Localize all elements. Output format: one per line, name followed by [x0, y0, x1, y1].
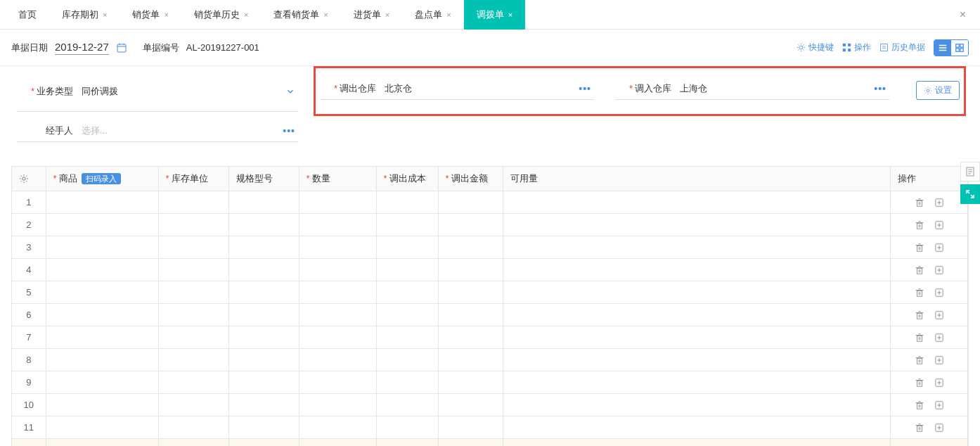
history-button[interactable]: 历史单据 [879, 42, 925, 53]
tab-home[interactable]: 首页 [6, 0, 49, 30]
tab-purchase-order[interactable]: 进货单× [341, 0, 402, 30]
scan-entry-button[interactable]: 扫码录入 [82, 173, 121, 184]
svg-rect-53 [917, 291, 922, 296]
subtotal-amount: 0.00 [438, 439, 503, 447]
row-index: 3 [12, 236, 46, 259]
calendar-icon[interactable] [116, 42, 127, 53]
add-row-icon[interactable] [934, 333, 944, 343]
close-all-tabs-button[interactable]: × [951, 8, 974, 21]
table-row[interactable]: 10 [12, 394, 968, 416]
svg-point-4 [799, 46, 803, 49]
delete-row-icon[interactable] [915, 400, 924, 410]
biz-type-field[interactable]: *业务类型 同价调拨 [17, 76, 298, 112]
svg-rect-69 [917, 336, 922, 341]
table-row[interactable]: 3 [12, 236, 968, 259]
list-view-button[interactable] [934, 40, 951, 56]
close-icon[interactable]: × [164, 11, 168, 19]
tab-transfer-order[interactable]: 调拨单× [464, 0, 525, 30]
table-row[interactable]: 4 [12, 259, 968, 281]
operate-button[interactable]: 操作 [842, 42, 871, 53]
tab-inventory-opening[interactable]: 库存期初× [49, 0, 120, 30]
close-icon[interactable]: × [323, 11, 328, 19]
table-row[interactable]: 11 [12, 416, 968, 439]
table-row[interactable]: 5 [12, 281, 968, 304]
tab-bar: 首页 库存期初× 销货单× 销货单历史× 查看销货单× 进货单× 盘点单× 调拨… [0, 0, 980, 30]
table-row[interactable]: 2 [12, 214, 968, 236]
delete-row-icon[interactable] [915, 310, 924, 320]
row-index: 2 [12, 214, 46, 236]
delete-row-icon[interactable] [915, 333, 924, 343]
handler-field[interactable]: 经手人 选择... ••• [17, 125, 298, 142]
delete-row-icon[interactable] [915, 265, 924, 275]
tab-stocktake[interactable]: 盘点单× [402, 0, 463, 30]
svg-rect-101 [917, 426, 922, 431]
delete-row-icon[interactable] [915, 220, 924, 230]
table-row[interactable]: 9 [12, 371, 968, 394]
shortcut-button[interactable]: 快捷键 [797, 42, 834, 53]
table-row[interactable]: 1 [12, 191, 968, 214]
add-row-icon[interactable] [934, 243, 944, 253]
delete-row-icon[interactable] [915, 378, 924, 388]
close-icon[interactable]: × [244, 11, 248, 19]
grid-view-button[interactable] [951, 40, 968, 56]
out-warehouse-field[interactable]: *调出仓库 北京仓 ••• [320, 82, 594, 100]
add-row-icon[interactable] [934, 310, 944, 320]
svg-rect-15 [956, 44, 959, 46]
date-value[interactable]: 2019-12-27 [55, 41, 109, 55]
add-row-icon[interactable] [934, 423, 944, 433]
add-row-icon[interactable] [934, 378, 944, 388]
close-icon[interactable]: × [446, 11, 451, 19]
more-icon[interactable]: ••• [280, 125, 298, 136]
svg-rect-16 [960, 44, 963, 46]
close-icon[interactable]: × [508, 11, 512, 19]
expand-button[interactable] [960, 184, 980, 204]
add-row-icon[interactable] [934, 265, 944, 275]
table-row[interactable]: 8 [12, 349, 968, 371]
svg-rect-37 [917, 246, 922, 251]
close-icon[interactable]: × [385, 11, 389, 19]
handler-placeholder: 选择... [82, 125, 280, 137]
add-row-icon[interactable] [934, 198, 944, 208]
more-icon[interactable]: ••• [871, 83, 889, 94]
svg-rect-18 [960, 48, 963, 51]
settings-button[interactable]: 设置 [916, 81, 960, 100]
add-row-icon[interactable] [934, 400, 944, 410]
add-row-icon[interactable] [934, 220, 944, 230]
add-row-icon[interactable] [934, 355, 944, 365]
table-scroll[interactable]: *商品扫码录入 *库存单位 规格型号 *数量 *调出成本 *调出金额 可用量 操… [12, 167, 968, 446]
delete-row-icon[interactable] [915, 243, 924, 253]
table-row[interactable]: 7 [12, 326, 968, 349]
table-row[interactable]: 6 [12, 304, 968, 326]
delete-row-icon[interactable] [915, 423, 924, 433]
gear-header[interactable] [12, 167, 46, 191]
tab-view-sales[interactable]: 查看销货单× [261, 0, 340, 30]
svg-rect-5 [843, 44, 846, 46]
notes-button[interactable] [960, 162, 980, 181]
subtotal-row: 小计 0.00 0.00 0.00 [12, 439, 968, 447]
svg-rect-0 [117, 44, 126, 52]
view-toggle [934, 39, 969, 56]
close-icon[interactable]: × [103, 11, 107, 19]
svg-point-19 [927, 89, 929, 92]
tab-sales-order[interactable]: 销货单× [120, 0, 181, 30]
docno-value: AL-20191227-001 [186, 42, 259, 53]
row-index: 8 [12, 349, 46, 371]
add-row-icon[interactable] [934, 288, 944, 298]
items-table: *商品扫码录入 *库存单位 规格型号 *数量 *调出成本 *调出金额 可用量 操… [12, 167, 968, 446]
delete-row-icon[interactable] [915, 288, 924, 298]
delete-row-icon[interactable] [915, 355, 924, 365]
col-cost: *调出成本 [376, 167, 438, 191]
svg-rect-45 [917, 268, 922, 274]
chevron-down-icon[interactable] [283, 87, 298, 96]
more-icon[interactable]: ••• [576, 83, 594, 94]
svg-rect-61 [917, 313, 922, 319]
row-index: 7 [12, 326, 46, 349]
subtotal-avail: 0.00 [503, 439, 891, 447]
row-index: 6 [12, 304, 46, 326]
in-warehouse-field[interactable]: *调入仓库 上海仓 ••• [615, 82, 889, 100]
svg-rect-77 [917, 358, 922, 364]
tab-sales-history[interactable]: 销货单历史× [181, 0, 261, 30]
svg-rect-6 [848, 44, 851, 46]
col-unit: *库存单位 [158, 167, 228, 191]
delete-row-icon[interactable] [915, 198, 924, 208]
